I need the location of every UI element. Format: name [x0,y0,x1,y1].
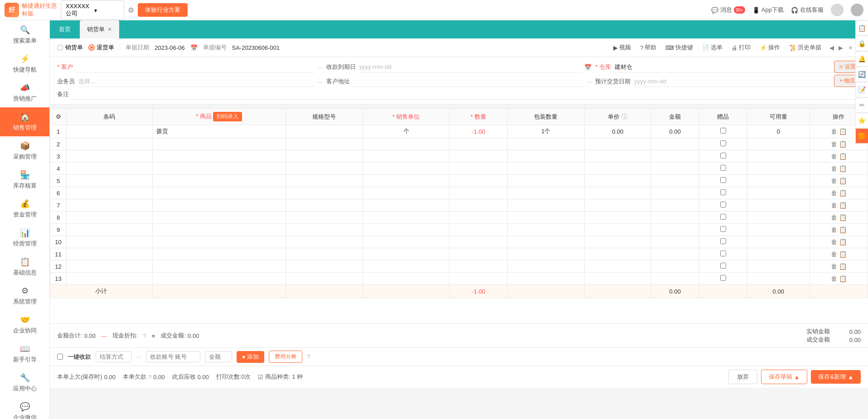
sidebar-item-purchase[interactable]: 📦 采购管理 [0,136,49,165]
shortcut-btn[interactable]: ⌨ 快捷键 [663,42,696,53]
delete-icon[interactable]: 🗑 [831,238,837,246]
cell-spec[interactable] [286,138,363,150]
prev-arrow[interactable]: ◀ [828,43,836,52]
cell-barcode[interactable] [67,212,153,224]
copy-icon[interactable]: 📋 [839,238,847,246]
col-settings[interactable]: ⚙ [50,109,67,125]
cell-product[interactable] [152,150,286,163]
cell-spec[interactable] [286,273,363,285]
expected-date-input[interactable] [633,76,851,87]
delete-icon[interactable]: 🗑 [831,153,837,160]
sidebar-item-weixin[interactable]: 💬 企业微信 [0,397,49,419]
tab-close-icon[interactable]: ✕ [107,26,112,33]
copy-icon[interactable]: 📋 [839,128,847,135]
save-new-button[interactable]: 保存&新增 ▲ [811,370,861,384]
float-lock-btn[interactable]: 🔒 [855,36,868,51]
due-date-input[interactable] [359,62,582,72]
select-order-btn[interactable]: 📄 选单 [699,42,725,53]
cell-product[interactable] [152,175,286,187]
copy-icon[interactable]: 📋 [839,202,847,209]
salesperson-input[interactable] [78,76,315,87]
gear-icon[interactable]: ⚙ [128,6,134,14]
float-bell-btn[interactable]: 🔔 [855,51,868,67]
copy-icon[interactable]: 📋 [839,189,847,197]
discount-help-icon[interactable]: ? [143,332,146,339]
delete-icon[interactable]: 🗑 [831,165,837,172]
cell-spec[interactable] [286,163,363,175]
cell-gift[interactable] [699,212,747,224]
cell-product[interactable] [152,224,286,236]
cell-product[interactable] [152,248,286,260]
float-star-btn[interactable]: ⭐ [855,113,868,128]
customer-address-dots[interactable]: ··· [587,78,592,85]
payment-method-dots[interactable]: ··· [136,353,141,360]
delete-icon[interactable]: 🗑 [831,189,837,197]
owe-help-icon[interactable]: ? [148,374,151,380]
tab-home[interactable]: 首页 [50,20,80,39]
sidebar-item-basic-info[interactable]: 📋 基础信息 [0,252,49,281]
cell-spec[interactable] [286,260,363,273]
video-btn[interactable]: ▶ 视频 [611,42,634,53]
avatar[interactable] [831,4,844,16]
radio-return[interactable]: 退货单 [88,43,114,52]
remarks-input[interactable] [72,89,861,100]
sidebar-item-app-center[interactable]: 🔧 应用中心 [0,368,49,397]
scan-btn[interactable]: 扫码录入 [213,112,242,121]
sidebar-item-search[interactable]: 🔍 搜索菜单 [0,20,49,49]
cell-spec[interactable] [286,150,363,163]
copy-icon[interactable]: 📋 [839,165,847,172]
print-btn[interactable]: 🖨 打印 [729,42,753,53]
cell-gift[interactable] [699,125,747,138]
trial-button[interactable]: 体验行业方案 [138,3,188,17]
discard-button[interactable]: 放弃 [728,370,757,384]
delete-icon[interactable]: 🗑 [831,177,837,184]
one-click-checkbox[interactable] [57,354,63,360]
sidebar-item-inventory[interactable]: 🏪 库存核算 [0,165,49,194]
due-date-calendar-icon[interactable]: 📅 [584,64,592,71]
copy-icon[interactable]: 📋 [839,177,847,184]
cell-product[interactable] [152,273,286,285]
delete-icon[interactable]: 🗑 [831,214,837,221]
sidebar-item-operations[interactable]: 📊 经营管理 [0,223,49,252]
payment-help-icon[interactable]: ? [307,353,310,360]
unit-price-info-icon[interactable]: ⓘ [621,113,627,120]
cell-product[interactable] [152,187,286,199]
cell-product[interactable] [152,236,286,248]
cell-gift[interactable] [699,138,747,150]
sidebar-item-quick-nav[interactable]: ⚡ 快捷导航 [0,49,49,78]
cell-product[interactable] [152,163,286,175]
cell-spec[interactable] [286,125,363,138]
cell-barcode[interactable] [67,138,153,150]
delete-icon[interactable]: 🗑 [831,250,837,258]
cell-gift[interactable] [699,273,747,285]
payment-amount-input[interactable] [205,351,232,362]
copy-icon[interactable]: 📋 [839,226,847,233]
cell-spec[interactable] [286,236,363,248]
float-refresh-btn[interactable]: 🔄 [855,67,868,82]
cell-barcode[interactable] [67,175,153,187]
sidebar-item-system[interactable]: ⚙ 系统管理 [0,281,49,310]
cell-gift[interactable] [699,224,747,236]
customer-input[interactable] [76,62,315,72]
cell-product[interactable] [152,199,286,212]
cell-gift[interactable] [699,187,747,199]
delete-icon[interactable]: 🗑 [831,263,837,270]
message-btn[interactable]: 💬 消息 99+ [711,6,745,14]
radio-sale[interactable]: 销货单 [57,43,83,52]
company-selector[interactable]: XXXXXX公司 [61,0,124,20]
grid-view-icon[interactable]: ≡ [849,44,852,51]
cell-gift[interactable] [699,175,747,187]
sidebar-item-sales[interactable]: 🏠 销售管理 [0,107,49,136]
cell-barcode[interactable] [67,260,153,273]
delete-icon[interactable]: 🗑 [831,202,837,209]
service-btn[interactable]: 🎧 在线客服 [791,6,824,14]
cell-barcode[interactable] [67,187,153,199]
cell-barcode[interactable] [67,150,153,163]
add-payment-btn[interactable]: ● 添加 [237,351,264,363]
cell-barcode[interactable] [67,248,153,260]
delete-icon[interactable]: 🗑 [831,128,837,135]
cell-spec[interactable] [286,187,363,199]
cell-product[interactable] [152,138,286,150]
avatar2[interactable] [851,4,863,16]
cell-spec[interactable] [286,175,363,187]
